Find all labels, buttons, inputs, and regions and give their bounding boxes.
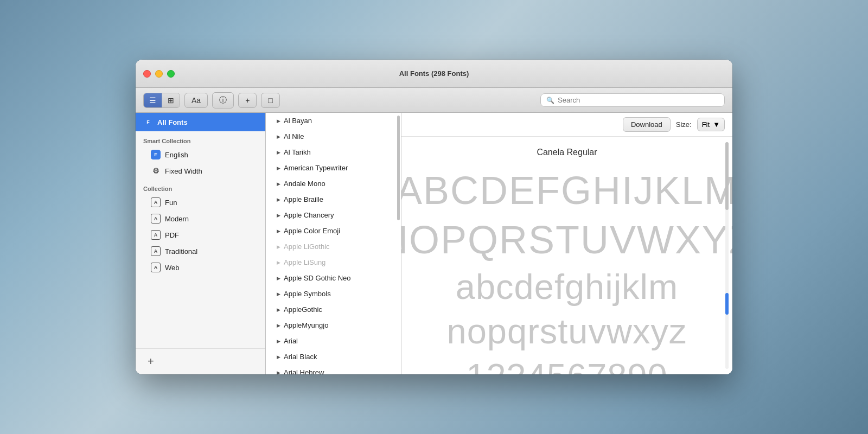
font-list-item[interactable]: ▶Apple LiSung <box>266 254 401 270</box>
font-name-label: Apple LiSung <box>284 258 326 266</box>
title-bar: All Fonts (298 Fonts) <box>136 60 732 88</box>
font-arrow-icon: ▶ <box>277 150 280 155</box>
font-list-item[interactable]: ▶Andale Mono <box>266 176 401 192</box>
font-name-label: AppleGothic <box>284 305 322 314</box>
font-name-label: Al Tarikh <box>284 148 311 156</box>
traditional-icon: A <box>151 246 161 256</box>
preview-content: Canela Regular ABCDEFGHIJKLM NOPQRSTUVWX… <box>401 137 732 374</box>
preview-line2: NOPQRSTUVWXYZ <box>401 218 732 263</box>
font-arrow-icon: ▶ <box>277 307 280 312</box>
font-list-item[interactable]: ▶Apple Chancery <box>266 207 401 223</box>
preview-box-button[interactable]: □ <box>261 93 279 108</box>
close-button[interactable] <box>143 70 151 78</box>
scrollbar-track <box>725 142 729 369</box>
all-fonts-icon: F <box>143 117 153 127</box>
search-input[interactable] <box>558 96 719 104</box>
add-collection-btn[interactable]: + <box>143 353 158 370</box>
font-arrow-icon: ▶ <box>277 134 280 139</box>
font-name-label: AppleMyungjo <box>284 321 328 329</box>
font-list-scrollbar-thumb <box>397 116 400 220</box>
sidebar-item-fun[interactable]: A Fun <box>136 194 265 210</box>
font-arrow-icon: ▶ <box>277 291 280 297</box>
font-list-item[interactable]: ▶Apple LiGothic <box>266 239 401 254</box>
font-arrow-icon: ▶ <box>277 339 280 344</box>
preview-font-name: Canela Regular <box>537 148 597 157</box>
font-arrow-icon: ▶ <box>277 181 280 187</box>
font-list: ▶Al Bayan▶Al Nile▶Al Tarikh▶American Typ… <box>266 113 401 374</box>
font-arrow-icon: ▶ <box>277 370 280 375</box>
font-list-item[interactable]: ▶AppleMyungjo <box>266 317 401 333</box>
scrollbar-thumb-top <box>725 142 729 210</box>
font-list-item[interactable]: ▶Al Bayan <box>266 113 401 129</box>
preview-line4: nopqrstuvwxyz <box>447 311 687 352</box>
size-select[interactable]: Fit ▼ <box>697 118 725 131</box>
font-list-item[interactable]: ▶Al Nile <box>266 129 401 144</box>
traditional-label: Traditional <box>165 247 197 256</box>
add-collection-button[interactable]: + <box>238 93 257 108</box>
traffic-lights <box>143 70 175 78</box>
font-arrow-icon: ▶ <box>277 197 280 202</box>
sidebar-item-web[interactable]: A Web <box>136 259 265 276</box>
modern-icon: A <box>151 214 161 224</box>
font-name-label: Apple Chancery <box>284 211 334 219</box>
font-name-label: Apple SD Gothic Neo <box>284 274 351 282</box>
sidebar-item-all-fonts[interactable]: F All Fonts <box>136 113 265 131</box>
size-value: Fit <box>702 120 710 129</box>
sidebar: F All Fonts Smart Collection F English ⚙… <box>136 113 266 374</box>
font-list-item[interactable]: ▶American Typewriter <box>266 160 401 176</box>
sidebar-item-fixed-width[interactable]: ⚙ Fixed Width <box>136 163 265 179</box>
font-name-label: Al Nile <box>284 132 304 141</box>
font-arrow-icon: ▶ <box>277 213 280 218</box>
font-list-item[interactable]: ▶AppleGothic <box>266 302 401 317</box>
font-list-item[interactable]: ▶Apple Braille <box>266 192 401 207</box>
info-button[interactable]: ⓘ <box>212 92 234 108</box>
scrollbar-thumb-blue[interactable] <box>725 293 729 315</box>
list-view-button[interactable]: ☰ <box>144 93 162 107</box>
window-title: All Fonts (298 Fonts) <box>399 69 469 78</box>
search-icon: 🔍 <box>546 97 554 104</box>
sidebar-item-modern[interactable]: A Modern <box>136 210 265 227</box>
collection-label: Collection <box>136 179 265 194</box>
search-box: 🔍 <box>540 93 725 107</box>
font-arrow-icon: ▶ <box>277 228 280 234</box>
preview-area: Download Size: Fit ▼ Canela Regular ABCD… <box>401 113 732 374</box>
font-name-label: Al Bayan <box>284 117 312 125</box>
main-content: F All Fonts Smart Collection F English ⚙… <box>136 113 732 374</box>
view-toggle-group: ☰ ⊞ <box>143 93 180 108</box>
minimize-button[interactable] <box>155 70 163 78</box>
toolbar: ☰ ⊞ Aa ⓘ + □ 🔍 <box>136 88 732 113</box>
font-list-item[interactable]: ▶Apple SD Gothic Neo <box>266 270 401 286</box>
font-list-item[interactable]: ▶Apple Color Emoji <box>266 223 401 239</box>
font-preview-button[interactable]: Aa <box>184 93 208 108</box>
sidebar-item-english[interactable]: F English <box>136 146 265 163</box>
grid-view-button[interactable]: ⊞ <box>162 93 180 107</box>
font-name-label: Andale Mono <box>284 180 326 188</box>
sidebar-bottom: + <box>136 348 265 374</box>
fixed-width-label: Fixed Width <box>165 167 202 175</box>
english-icon: F <box>151 150 161 159</box>
font-arrow-icon: ▶ <box>277 323 280 328</box>
font-name-label: Apple Braille <box>284 195 323 203</box>
web-icon: A <box>151 263 161 272</box>
font-list-item[interactable]: ▶Apple Symbols <box>266 286 401 302</box>
font-list-item[interactable]: ▶Arial Hebrew <box>266 365 401 374</box>
font-name-label: Arial Black <box>284 353 317 361</box>
font-list-item[interactable]: ▶Arial <box>266 333 401 349</box>
download-button[interactable]: Download <box>623 117 671 132</box>
sidebar-item-traditional[interactable]: A Traditional <box>136 243 265 259</box>
chevron-down-icon: ▼ <box>713 120 720 129</box>
english-label: English <box>165 151 188 159</box>
font-list-item[interactable]: ▶Arial Black <box>266 349 401 365</box>
font-name-label: American Typewriter <box>284 164 348 172</box>
all-fonts-label: All Fonts <box>157 118 188 126</box>
maximize-button[interactable] <box>167 70 175 78</box>
font-list-scrollbar <box>397 113 400 374</box>
sidebar-item-pdf[interactable]: A PDF <box>136 227 265 243</box>
modern-label: Modern <box>165 215 189 223</box>
font-arrow-icon: ▶ <box>277 354 280 360</box>
font-list-item[interactable]: ▶Al Tarikh <box>266 144 401 160</box>
fun-label: Fun <box>165 199 177 207</box>
preview-line5: 1234567890 <box>466 356 668 374</box>
pdf-icon: A <box>151 230 161 240</box>
pdf-label: PDF <box>165 231 179 239</box>
